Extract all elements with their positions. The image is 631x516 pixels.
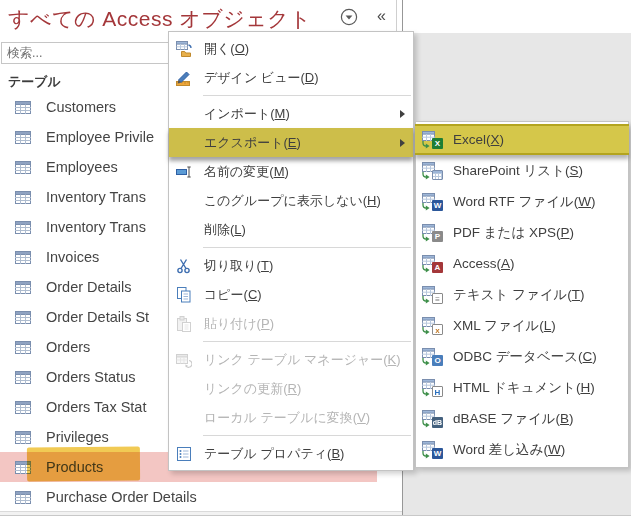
export-target-item[interactable]: W Word RTF ファイル(W) [416,186,628,217]
export-word-merge-icon: W [422,441,443,459]
export-target-item[interactable]: dB dBASE ファイル(B) [416,403,628,434]
export-target-label: Word RTF ファイル(W) [453,193,596,211]
context-menu-item-label: テーブル プロパティ(B) [204,445,413,463]
export-target-item[interactable]: A Access(A) [416,248,628,279]
context-menu-item-label: ローカル テーブルに変換(V) [204,409,413,427]
export-submenu: X Excel(X) SharePoint リスト(S) [415,121,629,468]
export-arrow-icon [422,296,430,304]
export-target-label: Access(A) [453,256,515,271]
table-properties-icon [174,446,194,462]
file-type-badge: W [432,200,443,211]
export-target-item[interactable]: ≡ テキスト ファイル(T) [416,279,628,310]
export-arrow-icon [422,420,430,428]
context-menu-item[interactable]: ローカル テーブルに変換(V) [169,403,413,432]
export-arrow-icon [422,327,430,335]
export-target-label: dBASE ファイル(B) [453,410,574,428]
table-icon [15,401,31,414]
context-menu-item-label: インポート(M) [204,105,400,123]
table-name: Invoices [46,249,99,265]
table-icon [15,251,31,264]
context-menu-item-label: このグループに表示しない(H) [204,192,413,210]
export-sharepoint-icon [422,162,443,180]
export-target-label: Excel(X) [453,132,504,147]
file-type-badge: ≡ [432,293,443,304]
export-target-label: Word 差し込み(W) [453,441,565,459]
export-target-item[interactable]: P PDF または XPS(P) [416,217,628,248]
cut-icon [174,258,194,274]
export-target-item[interactable]: X Excel(X) [415,124,629,155]
table-name: Customers [46,99,116,115]
file-type-badge: H [432,386,443,397]
context-menu-item[interactable]: インポート(M) [169,99,413,128]
export-target-item[interactable]: O ODBC データベース(C) [416,341,628,372]
context-menu-item[interactable]: 切り取り(T) [169,251,413,280]
export-target-label: テキスト ファイル(T) [453,286,585,304]
navpane-scrollbar[interactable] [396,0,402,33]
context-menu-item[interactable]: コピー(C) [169,280,413,309]
table-row[interactable]: Purchase Order Details [0,482,377,512]
table-name: Inventory Trans [46,219,146,235]
navigation-pane-title: すべての Access オブジェクト [8,5,311,33]
export-arrow-icon [422,172,430,180]
file-type-badge [432,170,443,180]
context-menu-item[interactable]: 貼り付け(P) [169,309,413,338]
context-menu-item-label: デザイン ビュー(D) [204,69,413,87]
export-dbase-icon: dB [422,410,443,428]
export-xml-file-icon: x [422,317,443,335]
context-menu-item-label: 開く(O) [204,40,413,58]
context-menu-item[interactable]: リンクの更新(R) [169,374,413,403]
context-menu-item[interactable]: このグループに表示しない(H) [169,186,413,215]
table-name: Orders Tax Stat [46,399,146,415]
table-name: Order Details St [46,309,149,325]
table-name: Employee Privile [46,129,154,145]
context-menu-item[interactable]: デザイン ビュー(D) [169,63,413,92]
context-menu-item[interactable]: 名前の変更(M) [169,157,413,186]
open-table-icon [174,41,194,57]
export-target-label: SharePoint リスト(S) [453,162,583,180]
table-name: Orders [46,339,90,355]
table-icon [15,281,31,294]
shutter-bar-close-icon[interactable]: « [377,7,386,25]
export-pdf-xps-icon: P [422,224,443,242]
table-icon [15,131,31,144]
rename-icon [174,164,194,180]
export-target-item[interactable]: W Word 差し込み(W) [416,434,628,465]
export-target-item[interactable]: SharePoint リスト(S) [416,155,628,186]
submenu-arrow-icon [400,139,405,147]
circle-chevron-down-icon[interactable] [340,8,358,26]
context-menu-item[interactable]: リンク テーブル マネージャー(K) [169,345,413,374]
export-arrow-icon [422,358,430,366]
menu-separator [203,435,411,436]
table-icon [15,221,31,234]
export-odbc-icon: O [422,348,443,366]
table-icon [15,101,31,114]
context-menu-item[interactable]: 削除(L) [169,215,413,244]
copy-icon [174,287,194,303]
menu-separator [203,341,411,342]
export-arrow-icon [422,141,430,149]
table-icon [15,311,31,324]
context-menu-item[interactable]: テーブル プロパティ(B) [169,439,413,468]
table-icon [15,191,31,204]
navpane-bottom-strip [0,511,402,516]
highlight-annotation-products [27,447,140,482]
table-icon [15,371,31,384]
export-word-rtf-icon: W [422,193,443,211]
table-name: Employees [46,159,118,175]
context-menu-item[interactable]: 開く(O) [169,34,413,63]
file-type-badge: dB [432,417,443,428]
access-window: すべての Access オブジェクト « テーブル Customers [0,0,631,516]
file-type-badge: W [432,448,443,459]
export-excel-icon: X [422,131,443,149]
submenu-arrow-icon [400,110,405,118]
table-name: Inventory Trans [46,189,146,205]
export-target-item[interactable]: x XML ファイル(L) [416,310,628,341]
context-menu-item-label: 貼り付け(P) [204,315,413,333]
export-arrow-icon [422,265,430,273]
export-target-item[interactable]: H HTML ドキュメント(H) [416,372,628,403]
file-type-badge: X [432,138,443,149]
context-menu-item-label: 切り取り(T) [204,257,413,275]
context-menu-item[interactable]: エクスポート(E) [169,128,413,157]
file-type-badge: A [432,262,443,273]
export-target-label: PDF または XPS(P) [453,224,574,242]
